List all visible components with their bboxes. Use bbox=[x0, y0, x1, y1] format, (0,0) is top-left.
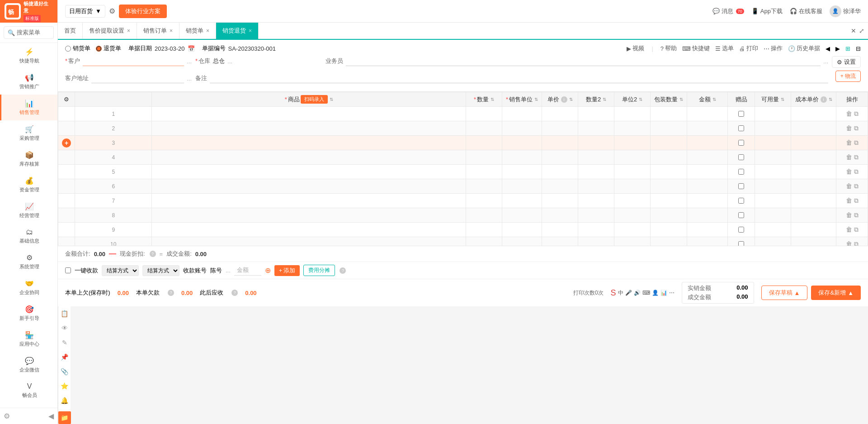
tab-sales-return[interactable]: 销货退货 × bbox=[216, 23, 259, 39]
sort-pack-icon[interactable]: ⇅ bbox=[679, 97, 683, 102]
delete-row-button[interactable]: 🗑 bbox=[846, 197, 852, 204]
expense-split-button[interactable]: 费用分摊 bbox=[303, 265, 335, 276]
app-download-button[interactable]: 📱 App下载 bbox=[751, 7, 783, 15]
amount-cell[interactable] bbox=[687, 223, 728, 237]
settings-button[interactable]: ⚙ bbox=[4, 412, 10, 420]
cost-cell[interactable] bbox=[791, 237, 836, 246]
qty2-cell[interactable] bbox=[578, 208, 614, 223]
toolbar-shortcut[interactable]: ⌨ 快捷键 bbox=[682, 44, 710, 52]
qty2-cell[interactable] bbox=[578, 150, 614, 165]
qty2-cell[interactable] bbox=[578, 107, 614, 121]
radio-return[interactable]: 退货单 bbox=[96, 44, 121, 52]
cost-cell[interactable] bbox=[791, 136, 836, 150]
gift-checkbox[interactable] bbox=[738, 241, 744, 246]
gift-cell[interactable] bbox=[728, 165, 755, 179]
copy-row-button[interactable]: ⧉ bbox=[854, 153, 859, 161]
list-view-icon[interactable]: ⊟ bbox=[856, 45, 861, 52]
gift-cell[interactable] bbox=[728, 194, 755, 208]
gift-checkbox[interactable] bbox=[738, 125, 744, 131]
copy-row-button[interactable]: ⧉ bbox=[854, 182, 859, 190]
pack-cell[interactable] bbox=[651, 194, 687, 208]
qty-cell[interactable] bbox=[466, 237, 502, 246]
gift-cell[interactable] bbox=[728, 150, 755, 165]
save-new-button[interactable]: 保存&新增 ▲ bbox=[811, 286, 861, 300]
product-cell[interactable] bbox=[152, 179, 466, 194]
total-owe-info-icon[interactable]: ? bbox=[168, 290, 174, 296]
copy-row-button[interactable]: ⧉ bbox=[854, 240, 859, 246]
sidebar-item-sales[interactable]: 📊 销售管理 bbox=[0, 95, 57, 120]
sort-cost-icon[interactable]: ⇅ bbox=[829, 97, 832, 102]
toolbar-select[interactable]: ☰ 选单 bbox=[715, 44, 734, 52]
delete-row-button[interactable]: 🗑 bbox=[846, 124, 852, 132]
tab-close-price-setting[interactable]: × bbox=[127, 28, 130, 34]
toolbar-print[interactable]: 🖨 打印 bbox=[739, 44, 758, 52]
chart-icon[interactable]: 📊 bbox=[660, 290, 667, 296]
cost-cell[interactable] bbox=[791, 208, 836, 223]
gift-checkbox[interactable] bbox=[738, 212, 744, 218]
qty-cell[interactable] bbox=[466, 107, 502, 121]
sort-qty2-icon[interactable]: ⇅ bbox=[603, 97, 606, 102]
tab-price-setting[interactable]: 售价提取设置 × bbox=[83, 23, 137, 39]
qty-cell[interactable] bbox=[466, 136, 502, 150]
collapse-button[interactable]: ◀ bbox=[48, 412, 54, 420]
cost-cell[interactable] bbox=[791, 107, 836, 121]
delete-row-button[interactable]: 🗑 bbox=[846, 153, 852, 161]
avail-cell[interactable] bbox=[755, 136, 791, 150]
price-info-icon[interactable]: i bbox=[561, 96, 567, 103]
amount-cell[interactable] bbox=[687, 150, 728, 165]
amount-cell[interactable] bbox=[687, 208, 728, 223]
amount-cell[interactable] bbox=[687, 237, 728, 246]
product-input[interactable] bbox=[156, 140, 462, 146]
pack-cell[interactable] bbox=[651, 165, 687, 179]
address-input[interactable] bbox=[91, 73, 184, 83]
pack-cell[interactable] bbox=[651, 107, 687, 121]
calc-method-select[interactable]: 结算方式 bbox=[142, 265, 179, 276]
staff-input[interactable] bbox=[346, 56, 821, 66]
amount-cell[interactable] bbox=[687, 136, 728, 150]
radio-shipping[interactable]: 销货单 bbox=[65, 44, 90, 52]
right-icon-3[interactable]: ✎ bbox=[62, 339, 67, 346]
delete-row-button[interactable]: 🗑 bbox=[846, 240, 852, 246]
tab-close-sales-delivery[interactable]: × bbox=[206, 28, 209, 34]
toolbar-history[interactable]: 🕐 历史单据 bbox=[788, 44, 820, 52]
qty2-cell[interactable] bbox=[578, 237, 614, 246]
sidebar-item-operations[interactable]: 📈 经营管理 bbox=[0, 198, 57, 224]
qty2-cell[interactable] bbox=[578, 223, 614, 237]
price-cell[interactable] bbox=[542, 165, 578, 179]
pack-cell[interactable] bbox=[651, 121, 687, 136]
qty2-cell[interactable] bbox=[578, 165, 614, 179]
toolbar-help[interactable]: ? 帮助 bbox=[660, 44, 677, 52]
search-menu-button[interactable]: 🔍 搜索菜单 bbox=[4, 26, 54, 39]
address-picker-icon[interactable]: ... bbox=[187, 75, 192, 82]
unit2-cell[interactable] bbox=[614, 237, 651, 246]
sidebar-item-marketing[interactable]: 📢 营销推广 bbox=[0, 69, 57, 95]
category-select[interactable]: 日用百货 ▼ bbox=[65, 5, 105, 18]
user-avatar[interactable]: 👤 徐泽华 bbox=[830, 5, 861, 17]
staff-picker-icon[interactable]: ... bbox=[823, 58, 828, 65]
sort-avail-icon[interactable]: ⇅ bbox=[781, 97, 784, 102]
sort-qty-icon[interactable]: ⇅ bbox=[491, 97, 494, 102]
tab-home[interactable]: 首页 bbox=[58, 23, 83, 39]
grid-view-icon[interactable]: ⊞ bbox=[845, 45, 850, 52]
unit2-cell[interactable] bbox=[614, 136, 651, 150]
unit2-cell[interactable] bbox=[614, 121, 651, 136]
delete-row-button[interactable]: 🗑 bbox=[846, 226, 852, 233]
gift-checkbox[interactable] bbox=[738, 198, 744, 204]
product-cell[interactable] bbox=[152, 237, 466, 246]
sidebar-item-basic[interactable]: 🗂 基础信息 bbox=[0, 224, 57, 249]
unit2-cell[interactable] bbox=[614, 179, 651, 194]
pack-cell[interactable] bbox=[651, 179, 687, 194]
set-button[interactable]: ⚙ 设置 bbox=[832, 56, 861, 68]
unit-cell[interactable] bbox=[502, 223, 542, 237]
qty2-cell[interactable] bbox=[578, 194, 614, 208]
right-icon-2[interactable]: 👁 bbox=[61, 324, 68, 332]
add-payment-button[interactable]: + 添加 bbox=[274, 265, 300, 276]
nav-prev-icon[interactable]: ◀ bbox=[826, 45, 830, 52]
delete-row-button[interactable]: 🗑 bbox=[846, 182, 852, 190]
qty-cell[interactable] bbox=[466, 121, 502, 136]
pack-cell[interactable] bbox=[651, 150, 687, 165]
right-icon-7[interactable]: 🔔 bbox=[61, 397, 68, 404]
gift-checkbox[interactable] bbox=[738, 111, 744, 117]
gift-cell[interactable] bbox=[728, 237, 755, 246]
delete-row-button[interactable]: 🗑 bbox=[846, 139, 852, 146]
